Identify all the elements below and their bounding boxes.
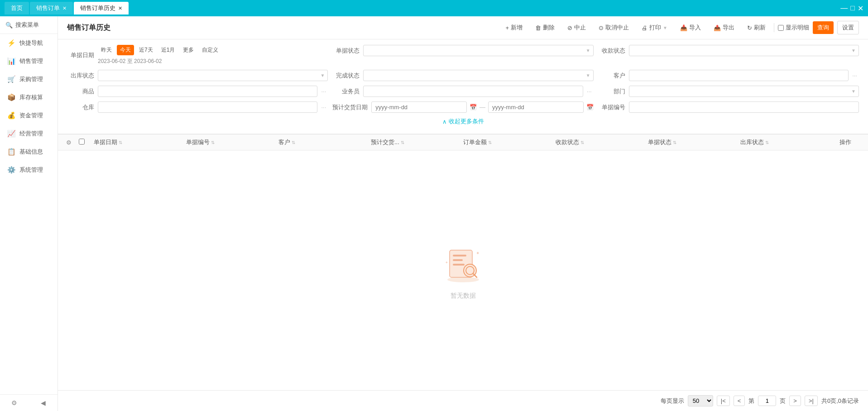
delivery-date-end[interactable]: [488, 102, 584, 113]
sidebar-collapse-btn[interactable]: ◀: [29, 395, 58, 411]
department-select-wrap[interactable]: ▼: [629, 86, 859, 97]
tab-sales-order-close[interactable]: ✕: [62, 5, 67, 11]
warehouse-picker-icon[interactable]: ···: [319, 104, 328, 111]
sidebar-item-sys-mgmt[interactable]: ⚙️ 系统管理: [0, 161, 58, 179]
th-order-status: 单据状态 ⇅: [643, 135, 735, 150]
th-customer-label: 客户: [278, 138, 290, 146]
tab-sales-order-label: 销售订单: [36, 4, 60, 12]
sidebar-item-operations-label: 经营管理: [19, 130, 43, 138]
display-detail-label[interactable]: 显示明细: [778, 24, 809, 32]
customer-input[interactable]: [629, 70, 849, 81]
th-amount-sort-icon[interactable]: ⇅: [488, 140, 492, 145]
print-button[interactable]: 🖨 打印 ▼: [637, 21, 672, 34]
date-range-dash: —: [480, 104, 485, 111]
customer-picker-icon[interactable]: ···: [850, 72, 859, 79]
search-menu-label: 搜索菜单: [15, 21, 39, 29]
next-page-btn[interactable]: >: [789, 396, 801, 406]
date-yesterday-btn[interactable]: 昨天: [98, 45, 115, 55]
sidebar-item-inventory[interactable]: 📦 库存核算: [0, 88, 58, 106]
basic-info-icon: 📋: [7, 148, 16, 156]
date-last1m-btn[interactable]: 近1月: [158, 45, 178, 55]
th-number-sort-icon[interactable]: ⇅: [211, 140, 215, 145]
stop-icon: ⊘: [567, 24, 572, 31]
per-page-select[interactable]: 50 10 20 100: [688, 395, 713, 406]
date-more-btn[interactable]: 更多: [180, 45, 197, 55]
import-button[interactable]: 📥 导入: [676, 21, 705, 34]
order-status-select-wrap[interactable]: ▼: [363, 45, 593, 56]
th-date-sort-icon[interactable]: ⇅: [119, 140, 122, 145]
salesperson-picker-icon[interactable]: ···: [585, 88, 594, 95]
payment-status-select-wrap[interactable]: ▼: [629, 45, 859, 56]
select-all-checkbox[interactable]: [79, 139, 85, 145]
print-icon: 🖨: [642, 24, 647, 31]
import-icon: 📥: [680, 24, 687, 31]
sidebar-item-finance[interactable]: 💰 资金管理: [0, 106, 58, 125]
sidebar-item-basic-info[interactable]: 📋 基础信息: [0, 143, 58, 161]
search-menu-item[interactable]: 🔍 搜索菜单: [0, 16, 58, 34]
product-picker-icon[interactable]: ···: [319, 88, 328, 95]
complete-status-select-wrap[interactable]: ▼: [363, 70, 593, 81]
sidebar-item-sales-mgmt-label: 销售管理: [19, 57, 43, 65]
order-number-input[interactable]: [629, 102, 859, 113]
last-page-btn[interactable]: >|: [805, 396, 818, 406]
delete-button[interactable]: 🗑 删除: [531, 21, 559, 34]
prev-page-btn[interactable]: <: [734, 396, 745, 406]
tab-sales-order-history[interactable]: 销售订单历史 ✕: [74, 2, 129, 15]
svg-text:✦: ✦: [476, 251, 480, 256]
complete-status-select[interactable]: [364, 70, 593, 81]
display-detail-text: 显示明细: [786, 24, 809, 32]
delivery-date-start[interactable]: [371, 102, 467, 113]
th-date-label: 单据日期: [94, 138, 117, 146]
query-button[interactable]: 查询: [813, 21, 834, 34]
new-button[interactable]: + 新增: [501, 21, 528, 34]
product-input[interactable]: [98, 86, 317, 97]
export-icon: 📤: [714, 24, 721, 31]
th-amount-label: 订单金额: [463, 138, 487, 146]
delivery-status-select[interactable]: [98, 70, 327, 81]
window-close-btn[interactable]: ✕: [858, 4, 863, 13]
refresh-button[interactable]: ↻ 刷新: [743, 21, 770, 34]
sidebar-item-operations[interactable]: 📈 经营管理: [0, 125, 58, 143]
delivery-status-select-wrap[interactable]: ▼: [98, 70, 328, 81]
delete-label: 删除: [543, 24, 555, 32]
tab-sales-order-history-close[interactable]: ✕: [118, 5, 122, 11]
warehouse-input[interactable]: [98, 102, 317, 113]
first-page-btn[interactable]: |<: [717, 396, 730, 406]
payment-status-select[interactable]: [629, 45, 858, 56]
tab-home[interactable]: 首页: [5, 2, 29, 15]
sidebar-item-purchase-mgmt[interactable]: 🛒 采购管理: [0, 70, 58, 88]
stop-button[interactable]: ⊘ 中止: [563, 21, 590, 34]
filter-customer-cell: 客户 ···: [598, 70, 859, 81]
search-icon: 🔍: [5, 22, 13, 29]
date-last7-btn[interactable]: 近7天: [136, 45, 156, 55]
th-order-status-sort-icon[interactable]: ⇅: [673, 140, 676, 145]
th-customer-sort-icon[interactable]: ⇅: [292, 140, 295, 145]
window-minimize-btn[interactable]: —: [840, 4, 848, 12]
delivery-date-end-calendar-icon[interactable]: 📅: [586, 104, 594, 111]
table-settings-icon[interactable]: ⚙: [62, 135, 75, 150]
order-status-select[interactable]: [364, 45, 593, 56]
display-detail-checkbox[interactable]: [778, 25, 784, 31]
th-expected-sort-icon[interactable]: ⇅: [401, 140, 404, 145]
window-maximize-btn[interactable]: □: [850, 4, 855, 12]
date-today-btn[interactable]: 今天: [117, 45, 134, 55]
settings-button[interactable]: 设置: [837, 21, 859, 34]
new-label: 新增: [511, 24, 523, 32]
delivery-date-start-calendar-icon[interactable]: 📅: [470, 104, 477, 111]
sidebar-item-sales-mgmt[interactable]: 📊 销售管理: [0, 52, 58, 70]
filter-product-cell: 商品 ···: [67, 86, 328, 97]
export-button[interactable]: 📤 导出: [709, 21, 739, 34]
th-payment-status-sort-icon[interactable]: ⇅: [580, 140, 584, 145]
sidebar-item-quick-nav[interactable]: ⚡ 快捷导航: [0, 34, 58, 52]
date-custom-btn[interactable]: 自定义: [199, 45, 221, 55]
sidebar-item-basic-info-label: 基础信息: [19, 148, 43, 156]
collapse-more-btn[interactable]: ∧ 收起更多条件: [67, 115, 859, 128]
current-page-input[interactable]: [758, 396, 776, 406]
department-select[interactable]: [629, 86, 858, 97]
salesperson-input[interactable]: [363, 86, 583, 97]
sidebar-settings-btn[interactable]: ⚙: [0, 395, 29, 411]
table-select-all[interactable]: [75, 135, 88, 150]
tab-sales-order[interactable]: 销售订单 ✕: [30, 2, 73, 15]
th-delivery-status-sort-icon[interactable]: ⇅: [765, 140, 769, 145]
cancel-stop-button[interactable]: ⊙ 取消中止: [594, 21, 633, 34]
